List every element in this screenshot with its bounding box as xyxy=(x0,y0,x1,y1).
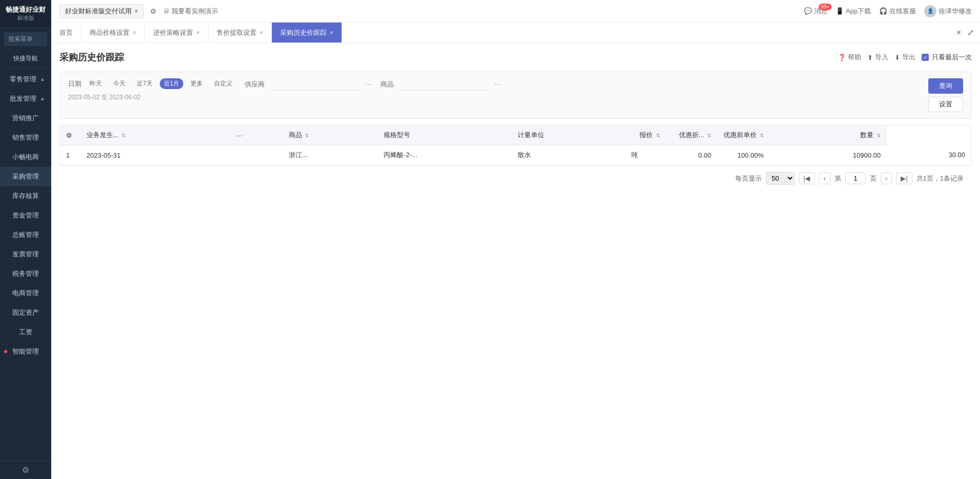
sidebar-item-marketing[interactable]: 营销推广 xyxy=(0,108,51,128)
query-button[interactable]: 查询 xyxy=(928,78,963,94)
sidebar-item-invoice[interactable]: 发票管理 xyxy=(0,245,51,264)
sidebar-item-retail[interactable]: 零售管理 ▲ xyxy=(0,70,51,89)
supplier-dots[interactable]: ··· xyxy=(365,80,372,89)
sidebar-item-tax[interactable]: 税务管理 xyxy=(0,264,51,284)
col-discount[interactable]: 优惠折... ⇅ xyxy=(666,125,717,145)
sidebar-item-purchase[interactable]: 采购管理 xyxy=(0,167,51,186)
export-icon: ⬇ xyxy=(894,54,900,61)
col-date[interactable]: 业务发生... ⇅ xyxy=(80,125,230,145)
col-supplier[interactable]: 商品 ⇅ xyxy=(283,125,378,145)
tab-price[interactable]: 商品价格设置 × xyxy=(81,23,145,42)
col-unit-price[interactable]: 优惠前单价 ⇅ xyxy=(717,125,770,145)
total-info: 共1页，1条记录 xyxy=(917,174,964,183)
topbar-gear-icon[interactable]: ⚙ xyxy=(150,7,157,15)
date-last7-btn[interactable]: 近7天 xyxy=(133,78,157,89)
col-gear[interactable]: ⚙ xyxy=(60,125,80,145)
col-spec-label: 计量单位 xyxy=(518,131,544,139)
col-product[interactable]: 规格型号 xyxy=(377,125,512,145)
tab-strategy[interactable]: 进价策略设置 × xyxy=(145,23,208,42)
col-dots[interactable]: ··· xyxy=(230,125,283,145)
tab-sale-price-label: 售价提取设置 xyxy=(217,28,257,37)
tab-price-close[interactable]: × xyxy=(133,29,136,36)
version-selector[interactable]: 好业财标准版交付试用 ▾ xyxy=(59,4,144,18)
page-size-label: 每页显示 xyxy=(735,174,762,183)
search-menu-button[interactable]: 搜索菜单 xyxy=(4,32,47,46)
tab-history-price-close[interactable]: × xyxy=(330,29,333,36)
sidebar-item-wholesale[interactable]: 批发管理 ▲ xyxy=(0,89,51,108)
supplier-input[interactable] xyxy=(269,78,361,91)
date-yesterday-btn[interactable]: 昨天 xyxy=(86,78,106,89)
help-icon: ❓ xyxy=(838,54,846,61)
sidebar-item-ecom[interactable]: 电商管理 xyxy=(0,284,51,303)
date-today-btn[interactable]: 今天 xyxy=(109,78,130,89)
settings-gear-icon[interactable]: ⚙ xyxy=(22,466,29,474)
col-spec[interactable]: 计量单位 xyxy=(512,125,625,145)
sidebar-item-assets[interactable]: 固定资产 xyxy=(0,303,51,322)
date-filter-group: 日期 昨天 今天 近7天 近1月 更多 自定义 2023-05-02 至 202… xyxy=(68,78,237,102)
main-content: 好业财标准版交付试用 ▾ ⚙ 🖥 我要看实例演示 💬 消息 99+ 📱 App下… xyxy=(51,0,980,479)
sidebar-item-ecom-small[interactable]: 小畅电商 xyxy=(0,147,51,167)
page-title: 采购历史价跟踪 xyxy=(59,51,124,63)
tab-strategy-close[interactable]: × xyxy=(196,29,200,36)
sort-icon-supplier: ⇅ xyxy=(305,133,309,138)
product-input[interactable] xyxy=(398,78,490,91)
sort-icon-unit-price: ⇅ xyxy=(760,133,764,138)
page-number-input[interactable] xyxy=(845,172,866,184)
settings-button[interactable]: 设置 xyxy=(928,97,963,112)
sort-icon-date: ⇅ xyxy=(121,133,125,138)
col-qty-label: 数量 xyxy=(860,131,874,139)
first-page-button[interactable]: |◀ xyxy=(799,172,815,184)
tab-home[interactable]: 首页 xyxy=(51,23,81,42)
sidebar-item-finance[interactable]: 资金管理 xyxy=(0,206,51,225)
prev-page-button[interactable]: ‹ xyxy=(819,172,830,184)
logo-title: 畅捷通好业财 xyxy=(4,5,47,14)
user-menu-button[interactable]: 👤 徐泽华修改 xyxy=(924,5,972,17)
col-qty[interactable]: 数量 ⇅ xyxy=(770,125,887,145)
tab-sale-price[interactable]: 售价提取设置 × xyxy=(208,23,272,42)
cell-product: 丙烯酸-2-... xyxy=(377,145,512,165)
next-page-button[interactable]: › xyxy=(881,172,892,184)
quick-nav-button[interactable]: 快捷导航 xyxy=(0,50,51,67)
help-button[interactable]: ❓ 帮助 xyxy=(838,53,861,62)
page-size-select[interactable]: 50 20 100 xyxy=(766,172,795,185)
app-download-button[interactable]: 📱 App下载 xyxy=(836,7,871,16)
col-price-label: 报价 xyxy=(640,131,653,139)
sidebar-item-ledger[interactable]: 总账管理 xyxy=(0,225,51,245)
tab-history-price[interactable]: 采购历史价跟踪 × xyxy=(272,23,342,42)
table-row: 1 2023-05-31 浙江... 丙烯酸-2-... 散水 吨 0.00 1… xyxy=(60,145,971,165)
date-buttons: 昨天 今天 近7天 近1月 更多 自定义 xyxy=(86,78,237,89)
date-range-text: 2023-05-02 至 2023-06-02 xyxy=(68,93,237,102)
product-dots[interactable]: ··· xyxy=(494,80,501,89)
wholesale-arrow-icon: ▲ xyxy=(40,96,45,101)
sidebar-item-salary[interactable]: 工资 xyxy=(0,322,51,342)
message-badge: 99+ xyxy=(819,4,832,10)
sidebar-item-sales[interactable]: 销售管理 xyxy=(0,128,51,147)
tab-sale-price-close[interactable]: × xyxy=(260,29,263,36)
online-service-button[interactable]: 🎧 在线客服 xyxy=(879,7,916,16)
export-button[interactable]: ⬇ 导出 xyxy=(894,53,915,62)
monitor-icon: 🖥 xyxy=(163,7,169,15)
cell-qty: 30.00 xyxy=(887,145,971,165)
message-button[interactable]: 💬 消息 99+ xyxy=(804,7,827,16)
date-more-btn[interactable]: 更多 xyxy=(186,78,207,89)
retail-arrow-icon: ▲ xyxy=(40,76,45,82)
sidebar-search-area: 搜索菜单 xyxy=(0,28,51,50)
version-text: 好业财标准版交付试用 xyxy=(65,7,132,16)
only-last-checkbox[interactable]: ✓ 只看最后一次 xyxy=(922,53,972,62)
last-page-button[interactable]: ▶| xyxy=(896,172,912,184)
sidebar-item-smart[interactable]: 智能管理 xyxy=(0,342,51,361)
page-content: 采购历史价跟踪 ❓ 帮助 ⬆ 导入 ⬇ 导出 ✓ xyxy=(51,43,980,479)
page-actions: ❓ 帮助 ⬆ 导入 ⬇ 导出 ✓ 只看最后一次 xyxy=(838,53,972,62)
headset-icon: 🎧 xyxy=(879,7,887,15)
checkbox-icon: ✓ xyxy=(922,54,929,61)
cell-supplier: 浙江... xyxy=(283,145,378,165)
import-button[interactable]: ⬆ 导入 xyxy=(867,53,888,62)
date-last1m-btn[interactable]: 近1月 xyxy=(160,78,184,89)
demo-button[interactable]: 🖥 我要看实例演示 xyxy=(163,7,218,16)
sidebar-item-inventory[interactable]: 库存核算 xyxy=(0,186,51,206)
tab-expand-button[interactable]: ⤢ xyxy=(965,26,976,39)
date-custom-btn[interactable]: 自定义 xyxy=(210,78,237,89)
col-price[interactable]: 报价 ⇅ xyxy=(625,125,666,145)
tab-history-price-label: 采购历史价跟踪 xyxy=(280,28,327,37)
tab-close-all-button[interactable]: × xyxy=(954,26,963,39)
